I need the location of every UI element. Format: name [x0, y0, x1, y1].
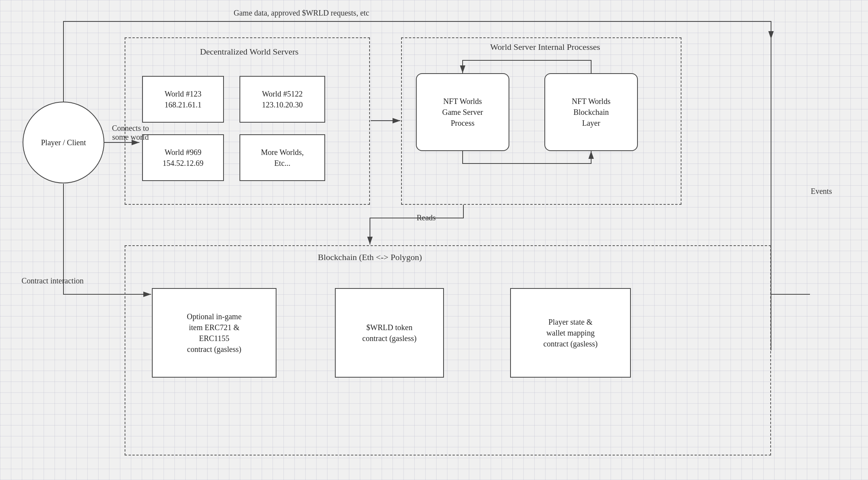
contract-label: Contract interaction [16, 276, 90, 285]
reads-label: Reads [417, 213, 436, 222]
blockchain-item-1-box: Optional in-gameitem ERC721 &ERC1155cont… [152, 288, 276, 378]
world-5122-box: World #5122123.10.20.30 [239, 76, 325, 123]
world-123-box: World #123168.21.61.1 [142, 76, 224, 123]
player-client-circle: Player / Client [23, 102, 104, 183]
events-label: Events [811, 187, 832, 196]
nft-blockchain-layer-box: NFT WorldsBlockchainLayer [544, 73, 638, 151]
blockchain-item-3-label: Player state &wallet mappingcontract (ga… [543, 316, 597, 349]
blockchain-item-2-label: $WRLD tokencontract (gasless) [362, 322, 416, 344]
nft-game-server-box: NFT WorldsGame ServerProcess [416, 73, 509, 151]
blockchain-item-1-label: Optional in-gameitem ERC721 &ERC1155cont… [187, 311, 242, 355]
world-5122-label: World #5122123.10.20.30 [262, 88, 303, 110]
blockchain-item-2-box: $WRLD tokencontract (gasless) [335, 288, 444, 378]
nft-game-server-label: NFT WorldsGame ServerProcess [442, 96, 483, 128]
world-more-box: More Worlds,Etc... [239, 134, 325, 181]
nft-blockchain-layer-label: NFT WorldsBlockchainLayer [572, 96, 610, 128]
game-data-label: Game data, approved $WRLD requests, etc [234, 9, 369, 18]
world-servers-label: Decentralized World Servers [167, 47, 331, 57]
blockchain-label: Blockchain (Eth <-> Polygon) [273, 252, 467, 262]
world-969-label: World #969154.52.12.69 [163, 147, 204, 169]
blockchain-item-3-box: Player state &wallet mappingcontract (ga… [510, 288, 631, 378]
connects-label: Connects to some world [105, 124, 156, 142]
world-123-label: World #123168.21.61.1 [165, 88, 202, 110]
diagram-container: Player / Client Decentralized World Serv… [0, 0, 868, 480]
player-client-label: Player / Client [41, 137, 86, 148]
world-more-label: More Worlds,Etc... [261, 147, 304, 169]
internal-processes-label: World Server Internal Processes [413, 42, 678, 52]
